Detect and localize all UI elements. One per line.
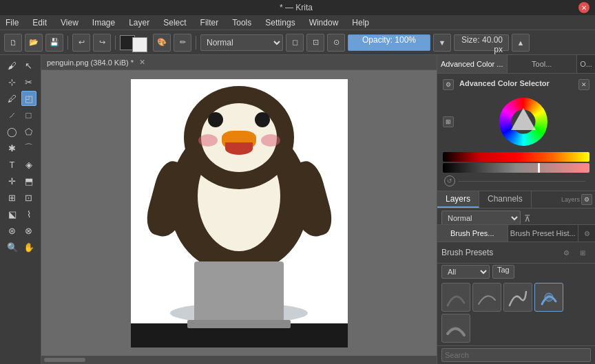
tab-advanced-color[interactable]: Advanced Color ... — [437, 55, 508, 73]
brush-presets-options[interactable]: ⚙ — [558, 244, 574, 261]
svg-point-0 — [545, 293, 553, 301]
background-swatch[interactable] — [132, 37, 147, 52]
menu-file[interactable]: File — [3, 17, 21, 29]
transform-tool[interactable]: ⊹ — [5, 74, 20, 89]
layer-tool[interactable]: ⬒ — [21, 173, 36, 189]
penguin-mouth — [225, 142, 253, 155]
layers-panel-options-btn[interactable]: ⚙ — [581, 194, 592, 205]
menu-filter[interactable]: Filter — [198, 17, 222, 29]
opacity-field[interactable]: Opacity: 100% — [348, 34, 430, 51]
brush-tab-extra[interactable]: ⚙ — [578, 225, 595, 242]
color-wheel-container[interactable] — [457, 94, 589, 149]
brush-svg-4 — [536, 285, 561, 310]
calligraphy-tool[interactable]: 🖊 — [5, 91, 20, 106]
erase-button[interactable]: ◻ — [286, 34, 304, 52]
tab-extra[interactable]: O... — [577, 55, 595, 73]
colormap-tool[interactable]: ⊞ — [5, 190, 20, 205]
rect-tool[interactable]: □ — [21, 107, 36, 122]
menu-settings[interactable]: Settings — [262, 17, 298, 29]
brush-filter-row: All Tag — [437, 264, 595, 280]
color-history-icon[interactable]: ↺ — [444, 175, 455, 186]
layers-tab-layers[interactable]: Layers — [437, 191, 479, 208]
canvas-horizontal-scrollbar[interactable] — [41, 356, 437, 364]
menu-tools[interactable]: Tools — [229, 17, 254, 29]
pan-tool[interactable]: ✋ — [21, 239, 36, 255]
tab-tool[interactable]: Tool... — [508, 55, 578, 73]
bezier-tool[interactable]: ⌒ — [21, 140, 36, 156]
brush-tab-history[interactable]: Brush Preset Hist... — [508, 225, 579, 242]
brush-preset-2[interactable] — [472, 283, 501, 312]
menu-window[interactable]: Window — [306, 17, 342, 29]
scrollbar-thumb[interactable] — [44, 358, 85, 362]
zoom-tool[interactable]: 🔍 — [5, 239, 20, 255]
polygon-tool[interactable]: ⬠ — [21, 124, 36, 139]
shape-tool[interactable]: ◈ — [21, 157, 36, 172]
brush-preset-3[interactable] — [503, 283, 532, 312]
close-button[interactable]: ✕ — [578, 2, 589, 13]
move-tool[interactable]: ✛ — [5, 173, 20, 189]
layers-blend-mode-select[interactable]: Normal — [441, 211, 521, 224]
color-panel-close-btn[interactable]: ✕ — [578, 79, 589, 90]
brush-filter-select[interactable]: All — [441, 265, 490, 279]
brush-button[interactable]: ✏ — [174, 34, 191, 52]
brush-tab-presets[interactable]: Brush Pres... — [437, 225, 508, 242]
brush-preset-5[interactable] — [441, 314, 470, 343]
cursor-tool[interactable]: ↖ — [21, 58, 36, 73]
menu-help[interactable]: Help — [349, 17, 372, 29]
clone-tool[interactable]: ⊡ — [21, 190, 36, 205]
menu-edit[interactable]: Edit — [30, 17, 50, 29]
freehand-tool[interactable]: ◰ — [21, 91, 36, 106]
freehand-select-tool[interactable]: ⌇ — [21, 206, 36, 222]
contiguous-select-tool[interactable]: ⊛ — [5, 223, 20, 238]
smudge-button[interactable]: ⊙ — [327, 34, 345, 52]
color-panel-settings-btn[interactable]: ⚙ — [443, 79, 454, 90]
brush-panel: Brush Pres... Brush Preset Hist... ⚙ Bru… — [437, 224, 595, 364]
rect-select-tool[interactable]: ⬕ — [5, 206, 20, 222]
brush-tabs: Brush Pres... Brush Preset Hist... ⚙ — [437, 225, 595, 242]
path-tool[interactable]: ✱ — [5, 140, 20, 156]
brush-preset-1[interactable] — [441, 283, 470, 312]
penguin-laptop — [194, 261, 284, 323]
text-tool[interactable]: T — [5, 157, 20, 172]
layers-tab-channels[interactable]: Channels — [479, 191, 532, 208]
color-hue-bar[interactable] — [443, 152, 589, 162]
menu-layer[interactable]: Layer — [126, 17, 152, 29]
color-settings-button[interactable]: 🎨 — [153, 34, 171, 52]
menu-image[interactable]: Image — [90, 17, 118, 29]
alpha-lock-button[interactable]: ⊡ — [306, 34, 324, 52]
brush-tag-button[interactable]: Tag — [492, 265, 514, 279]
ellipse-tool[interactable]: ◯ — [5, 124, 20, 139]
size-field[interactable]: Size: 40.00 px — [454, 34, 509, 51]
color-saturation-bar[interactable] — [443, 163, 589, 173]
penguin-left-eye — [208, 112, 223, 127]
color-gamut-btn[interactable]: ⊞ — [443, 116, 454, 127]
new-button[interactable]: 🗋 — [4, 34, 22, 52]
penguin-laptop-base — [187, 320, 291, 328]
color-wheel[interactable] — [499, 98, 547, 146]
save-button[interactable]: 💾 — [45, 34, 63, 52]
brush-presets-layout[interactable]: ⊞ — [574, 244, 591, 261]
undo-button[interactable]: ↩ — [72, 34, 90, 52]
tool-row-7: T ◈ — [5, 157, 36, 172]
menu-view[interactable]: View — [58, 17, 81, 29]
line-tool[interactable]: ⟋ — [5, 107, 20, 122]
paint-brush-tool[interactable]: 🖌 — [5, 58, 20, 73]
menu-select[interactable]: Select — [160, 17, 189, 29]
canvas-tab-close[interactable]: ✕ — [139, 58, 145, 67]
toolbar-sep-2 — [115, 36, 116, 50]
opacity-down-btn[interactable]: ▼ — [433, 34, 451, 52]
canvas[interactable] — [131, 79, 348, 347]
similar-select-tool[interactable]: ⊗ — [21, 223, 36, 238]
layers-tabs: Layers Channels Layers ⚙ — [437, 191, 595, 208]
crop-tool[interactable]: ✂ — [21, 74, 36, 89]
blend-mode-select[interactable]: Normal — [200, 34, 283, 51]
brush-search-input[interactable] — [441, 348, 591, 362]
open-button[interactable]: 📂 — [25, 34, 43, 52]
size-up-btn[interactable]: ▲ — [512, 34, 530, 52]
layers-panel: Layers Channels Layers ⚙ Normal ⊼ Opacit… — [437, 191, 595, 224]
brush-preset-4[interactable] — [534, 283, 563, 312]
redo-button[interactable]: ↪ — [93, 34, 111, 52]
brush-grid — [437, 280, 595, 345]
canvas-wrapper[interactable] — [41, 70, 437, 356]
layers-filter-button[interactable]: ⊼ — [521, 211, 534, 224]
